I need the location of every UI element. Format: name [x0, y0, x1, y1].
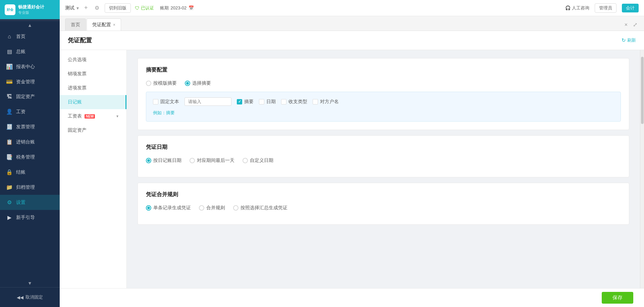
tab-close-btn[interactable]: ×: [623, 20, 629, 29]
radio-merge-rules[interactable]: 合并规则: [199, 205, 225, 211]
funds-icon: 💳: [6, 79, 13, 85]
sidebar-item-funds[interactable]: 💳 资金管理: [0, 74, 60, 89]
sidebar-item-label: 总账: [16, 49, 25, 55]
left-nav-payroll-table[interactable]: 工资表 NEW ▾: [60, 109, 126, 123]
date-config-section: 凭证日期 按日记账日期 对应期间最后一天: [138, 135, 629, 177]
radio-custom-circle: [243, 158, 248, 163]
checkbox-box-unchecked: [153, 99, 158, 104]
sidebar-scroll-up[interactable]: ▲: [0, 21, 60, 29]
tab-home[interactable]: 首页: [65, 18, 86, 31]
sidebar-item-purchase-sales[interactable]: 📋 进销台账: [0, 134, 60, 149]
right-scrollbar[interactable]: [640, 50, 644, 288]
check-icon: ✓: [238, 99, 241, 104]
reports-icon: 📊: [6, 63, 13, 70]
company-selector[interactable]: 测试 ▾: [65, 5, 79, 11]
cancel-fixed-arrow: ◀◀: [17, 295, 23, 300]
logo-short: 好会: [7, 7, 13, 12]
settings-icon: ⚙: [6, 199, 13, 206]
shield-icon: 🛡: [135, 5, 140, 11]
sidebar-item-label: 结账: [16, 169, 25, 175]
radio-custom-date[interactable]: 自定义日期: [243, 158, 273, 164]
radio-label: 选择摘要: [192, 80, 211, 86]
left-nav-public[interactable]: 公共选项: [60, 53, 126, 67]
fixed-text-input[interactable]: [184, 97, 231, 106]
left-nav-diary[interactable]: 日记账: [60, 95, 126, 109]
user-btn[interactable]: 管理员: [595, 3, 616, 13]
cancel-fixed-btn[interactable]: ◀◀ 取消固定: [0, 291, 60, 304]
period-selector[interactable]: 账期 2023-02 📅: [160, 5, 194, 11]
left-nav-label: 公共选项: [68, 57, 87, 62]
summary-config-box: 固定文本 ✓ 摘要: [146, 92, 621, 122]
settings-btn[interactable]: ⚙: [93, 3, 101, 12]
left-nav: 公共选项 销项发票 进项发票 日记账 工资表: [60, 50, 127, 288]
sidebar-item-archive[interactable]: 📁 归档管理: [0, 180, 60, 195]
add-company-btn[interactable]: +: [83, 3, 89, 13]
sidebar-item-label: 首页: [16, 34, 25, 40]
archive-icon: 📁: [6, 184, 13, 190]
sidebar-item-label: 报表中心: [16, 64, 35, 70]
checkbox-income-type[interactable]: 收支类型: [281, 99, 307, 105]
topbar-right: 🎧 人工咨询 管理员 会计: [565, 3, 639, 13]
sidebar-scroll-down[interactable]: ▼: [0, 279, 60, 287]
radio-diary-circle: [146, 158, 151, 163]
sidebar-item-home[interactable]: ⌂ 首页: [0, 29, 60, 44]
tab-home-label: 首页: [71, 22, 80, 28]
merge-config-section: 凭证合并规则 单条记录生成凭证 合并规则: [138, 183, 629, 225]
checkbox-fixed-text[interactable]: 固定文本: [153, 99, 179, 105]
date-section-title: 凭证日期: [146, 144, 621, 151]
bottom-bar: 保存: [60, 288, 644, 307]
sidebar-item-guide[interactable]: ▶ 新手引导: [0, 210, 60, 225]
radio-period-last[interactable]: 对应期间最后一天: [190, 158, 234, 164]
certified-badge: 🛡 已认证: [135, 5, 154, 11]
radio-period-circle: [190, 158, 195, 163]
summary-config-row: 固定文本 ✓ 摘要: [153, 97, 614, 106]
sidebar-logo[interactable]: 好会 畅捷通好会计 专业版: [0, 0, 60, 19]
checkbox-date-label: 日期: [266, 99, 276, 105]
radio-summary-generate[interactable]: 按照选择汇总生成凭证: [233, 205, 287, 211]
tabbar-right-icons: × ⤢: [623, 20, 639, 31]
sidebar-item-assets[interactable]: 🏗 固定资产: [0, 89, 60, 104]
checkbox-date-box: [259, 99, 264, 104]
tab-close-icon[interactable]: ×: [113, 23, 115, 27]
tabbar: 首页 凭证配置 × × ⤢: [60, 16, 644, 31]
left-nav-sales-invoice[interactable]: 销项发票: [60, 67, 126, 81]
radio-single-record[interactable]: 单条记录生成凭证: [146, 205, 191, 211]
sidebar-item-closing[interactable]: 🔒 结账: [0, 165, 60, 180]
radio-label: 按模版摘要: [153, 80, 177, 86]
company-arrow: ▾: [76, 5, 79, 11]
checkbox-counterpart[interactable]: 对方户名: [313, 99, 339, 105]
old-version-btn[interactable]: 切到旧版: [105, 3, 131, 13]
checkbox-date[interactable]: 日期: [259, 99, 276, 105]
sidebar-item-ledger[interactable]: ▤ 总账: [0, 44, 60, 59]
sidebar-item-label: 工资: [16, 109, 25, 115]
sidebar-item-reports[interactable]: 📊 报表中心: [0, 59, 60, 74]
save-btn[interactable]: 保存: [602, 292, 633, 304]
radio-diary-date[interactable]: 按日记账日期: [146, 158, 181, 164]
scrollbar-thumb: [641, 57, 644, 124]
sidebar-item-tax[interactable]: 📑 税务管理: [0, 149, 60, 165]
left-nav-fixed-assets[interactable]: 固定资产: [60, 123, 126, 137]
purchase-sales-icon: 📋: [6, 139, 13, 145]
radio-template-summary[interactable]: 按模版摘要: [146, 80, 177, 86]
logo-text: 畅捷通好会计 专业版: [18, 4, 44, 15]
refresh-btn[interactable]: ↻ 刷新: [622, 37, 636, 43]
left-nav-purchase-invoice[interactable]: 进项发票: [60, 81, 126, 95]
support-btn[interactable]: 🎧 人工咨询: [565, 5, 589, 11]
checkbox-summary[interactable]: ✓ 摘要: [237, 99, 254, 105]
sidebar-item-payroll[interactable]: 👤 工资: [0, 104, 60, 119]
example-text: 例如：摘要: [153, 110, 614, 116]
left-nav-label: 工资表: [68, 113, 82, 119]
sidebar-item-invoices[interactable]: 🧾 发票管理: [0, 119, 60, 134]
radio-summary-label: 按照选择汇总生成凭证: [240, 205, 287, 211]
page-header: 凭证配置 ↻ 刷新: [60, 31, 644, 50]
new-badge: NEW: [85, 114, 95, 119]
example-prefix: 例如：: [153, 110, 166, 115]
date-radio-group: 按日记账日期 对应期间最后一天 自定义日期: [146, 158, 621, 164]
accountant-btn[interactable]: 会计: [622, 4, 639, 12]
radio-select-summary[interactable]: 选择摘要: [185, 80, 211, 86]
checkbox-counterpart-box: [313, 99, 318, 104]
tab-voucher-config[interactable]: 凭证配置 ×: [87, 18, 121, 31]
sidebar-item-label: 设置: [16, 200, 25, 206]
sidebar-item-settings[interactable]: ⚙ 设置: [0, 195, 60, 210]
tab-expand-btn[interactable]: ⤢: [632, 20, 639, 29]
